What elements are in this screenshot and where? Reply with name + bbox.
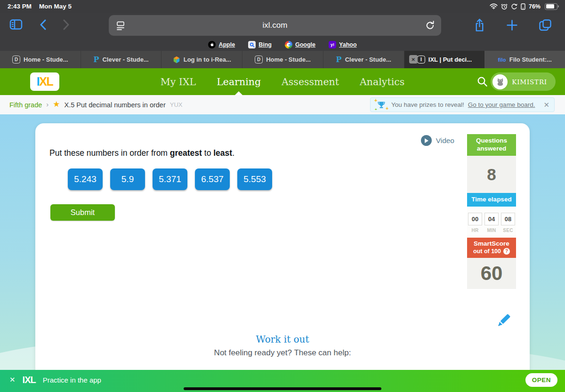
close-icon[interactable]: ✕ [543,101,549,109]
timer-hours: 00 [468,213,482,225]
smartscore-sublabel: out of 100 [473,248,501,256]
video-button[interactable]: Video [421,135,454,146]
question-prefix: Put these numbers in order from [49,148,170,158]
device-icon [521,3,525,10]
tab-title: Home - Stude... [266,56,311,63]
practice-background: Video Put these numbers in order from gr… [0,114,565,370]
tab-title: Home - Stude... [24,56,68,63]
question-suffix: . [232,148,234,158]
tab-title: Clever - Stude... [102,56,148,63]
nav-analytics[interactable]: Analytics [360,68,404,95]
yahoo-icon: y! [329,41,336,48]
bookmark-google[interactable]: Google [285,41,315,48]
iready-cube-icon [173,56,180,64]
page-settings-icon[interactable] [116,20,125,31]
prize-message: You have prizes to reveal! [391,101,464,108]
tab-filo-student[interactable]: filo Filo Student:... [484,51,565,68]
play-icon [421,135,432,146]
timer-sec-label: SEC [501,228,515,233]
bookmark-yahoo[interactable]: y! Yahoo [329,41,357,48]
tab-iready-login[interactable]: Log in to i-Rea... [161,51,242,68]
battery-percent: 76% [529,3,541,10]
google-icon [285,41,292,48]
number-tile[interactable]: 5.243 [68,168,103,190]
open-app-button[interactable]: OPEN [525,373,557,387]
timer-minutes: 04 [484,213,499,225]
number-tile[interactable]: 5.9 [110,168,145,190]
question-emphasis: least [213,148,232,158]
timer: 00 04 08 HR MIN SEC [467,207,516,238]
bookmark-label: Apple [218,41,235,48]
game-board-link[interactable]: Go to your game board. [468,101,535,108]
banner-close-icon[interactable]: ✕ [9,376,16,384]
breadcrumb-skill: X.5 Put decimal numbers in order [65,101,166,109]
avatar [492,74,508,89]
bookmark-apple[interactable]: Apple [208,41,235,48]
nav-assessment[interactable]: Assessment [282,68,339,95]
breadcrumb: Fifth grade › ★ X.5 Put decimal numbers … [9,95,183,114]
prize-banner: + + + You have prizes to reveal! Go to y… [370,97,555,112]
tab-bar: D Home - Stude... P Clever - Stude... Lo… [0,51,565,68]
wifi-icon [490,3,498,9]
clever-icon: P [336,55,342,64]
breadcrumb-grade-link[interactable]: Fifth grade [9,101,42,109]
nav-my-ixl[interactable]: My IXL [161,68,196,95]
number-tile[interactable]: 5.553 [237,168,272,190]
breadcrumb-bar: Fifth grade › ★ X.5 Put decimal numbers … [0,95,565,114]
home-indicator[interactable] [184,387,381,390]
app-promo-banner: ✕ IXL Practice in the app OPEN [0,370,565,392]
scratchpad-pencil-icon[interactable] [495,312,513,329]
trophy-icon: + + + [375,99,387,111]
number-tile[interactable]: 6.537 [195,168,230,190]
url-text: ixl.com [109,21,441,30]
tab-title: Log in to i-Rea... [184,56,231,63]
bookmark-bing[interactable]: Bing [248,41,272,48]
chevron-right-icon: › [46,100,48,108]
share-button[interactable] [474,18,485,32]
address-bar[interactable]: ixl.com [109,15,441,36]
forward-button[interactable] [63,19,70,30]
number-tile[interactable]: 5.371 [153,168,187,190]
ixl-favicon: I [417,56,425,64]
new-tab-button[interactable] [506,19,518,31]
stats-panel: Questions answered 8 Time elapsed 00 04 … [467,134,516,289]
submit-button[interactable]: Submit [50,204,115,221]
help-icon[interactable]: ? [503,248,510,255]
tab-home-student-2[interactable]: D Home - Stude... [242,51,323,68]
tab-clever-1[interactable]: P Clever - Stude... [81,51,162,68]
favorites-bar: Apple Bing Google y! Yahoo [0,41,565,48]
timer-hr-label: HR [468,228,482,233]
bing-search-icon [248,41,256,48]
tab-home-student-1[interactable]: D Home - Stude... [0,51,81,68]
search-icon[interactable] [477,76,488,87]
filo-icon: filo [498,57,506,63]
smartscore-value: 60 [467,258,516,289]
question-emphasis: greatest [170,148,202,158]
ixl-brand-logo: IXL [23,375,36,385]
tab-title: Filo Student:... [509,56,552,63]
ixl-header: I X L My IXL Learning Assessment Analyti… [0,68,565,95]
question-middle: to [202,148,213,158]
smartscore-header: SmartScore out of 100 ? [467,238,516,258]
sidebar-toggle-button[interactable] [9,19,23,30]
tab-close-button[interactable]: ✕ [409,55,418,64]
star-icon: ★ [53,99,60,109]
banner-message: Practice in the app [43,376,101,384]
back-button[interactable] [40,19,46,30]
questions-answered-header: Questions answered [467,134,516,156]
apple-icon [208,41,216,48]
tabs-overview-button[interactable] [539,19,552,32]
account-button[interactable]: KIMISTRI [491,72,556,91]
nav-learning[interactable]: Learning [217,68,261,95]
rotation-lock-icon [511,3,517,10]
account-name: KIMISTRI [512,78,547,86]
alarm-icon [501,3,508,10]
status-bar: 2:43 PM Mon May 5 76% [0,0,565,13]
tab-ixl-active[interactable]: ✕ I IXL | Put deci... [404,51,485,68]
tab-clever-2[interactable]: P Clever - Stude... [323,51,404,68]
refresh-button[interactable] [425,20,435,31]
work-it-out-subtitle: Not feeling ready yet? These can help: [35,348,530,358]
smartscore-label: SmartScore [468,240,515,248]
bookmark-label: Yahoo [339,41,357,48]
question-text: Put these numbers in order from greatest… [49,148,234,158]
